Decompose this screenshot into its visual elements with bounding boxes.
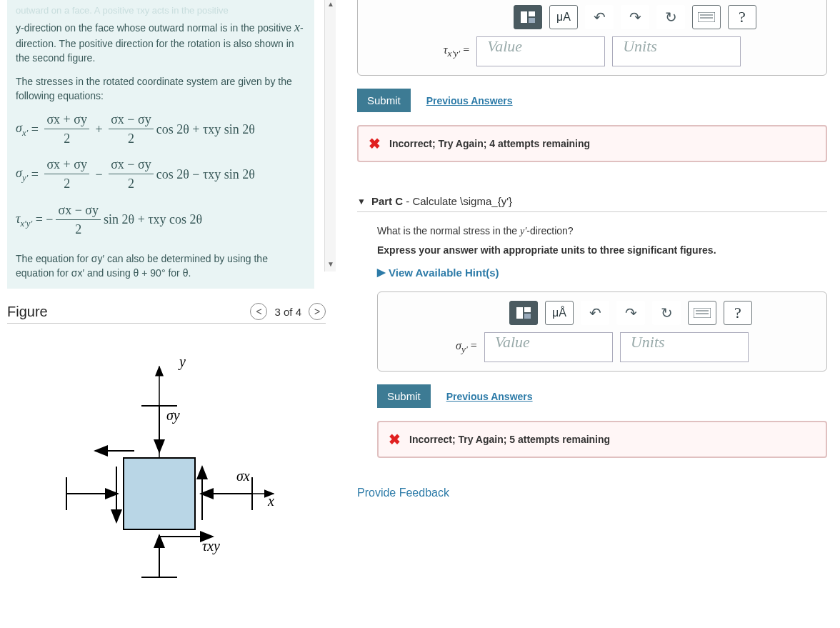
part-c-question: What is the normal stress in the y′-dire… — [377, 225, 827, 237]
cutoff-text: outward on a face. A positive τxy acts i… — [16, 4, 306, 18]
figure-title: Figure — [7, 304, 48, 320]
svg-rect-18 — [529, 18, 535, 23]
svg-rect-24 — [524, 314, 531, 319]
scroll-up-icon[interactable]: ▲ — [325, 0, 336, 11]
figure-next-button[interactable]: > — [309, 303, 326, 320]
part-c-body: What is the normal stress in the y′-dire… — [357, 212, 827, 458]
feedback-text: Incorrect; Try Again; 5 attempts remaini… — [409, 434, 610, 445]
previous-answers-link[interactable]: Previous Answers — [446, 391, 533, 402]
svg-rect-25 — [694, 308, 711, 318]
value-input[interactable]: Value — [476, 36, 605, 66]
part-b-answer-area: μA ↶ ↷ ↻ ? τx′y′ = Value Units Submit — [357, 0, 827, 162]
reset-icon[interactable]: ↻ — [656, 5, 685, 29]
feedback-incorrect: ✖ Incorrect; Try Again; 4 attempts remai… — [357, 125, 827, 162]
chevron-right-icon: ▶ — [377, 266, 386, 279]
feedback-incorrect: ✖ Incorrect; Try Again; 5 attempts remai… — [377, 421, 827, 458]
equation-tau-xy: τx′y′ = − σx − σy2 sin 2θ + τxy cos 2θ — [16, 201, 306, 239]
tau-label: τx′y′ = — [444, 44, 469, 59]
sigma-x-label: σx — [236, 468, 250, 484]
scroll-down-icon[interactable]: ▼ — [325, 260, 336, 271]
left-pane: ▲ ▼ outward on a face. A positive τxy ac… — [0, 0, 336, 628]
x-axis-label: x — [267, 493, 274, 509]
sigma-y-label: σy′ = — [456, 339, 477, 355]
previous-answers-link[interactable]: Previous Answers — [426, 95, 513, 106]
part-c-instruction: Express your answer with appropriate uni… — [377, 244, 827, 256]
scrollbar[interactable]: ▲ ▼ — [324, 0, 336, 271]
hint-p2: The stresses in the rotated coordinate s… — [16, 76, 292, 101]
keyboard-icon[interactable] — [688, 301, 716, 325]
redo-icon[interactable]: ↷ — [616, 301, 645, 325]
units-mu-button[interactable]: μA — [549, 5, 578, 29]
submit-button[interactable]: Submit — [377, 384, 431, 408]
svg-rect-19 — [698, 12, 715, 22]
units-input[interactable]: Units — [612, 36, 741, 66]
stress-element-figure: y x σy σx — [52, 338, 281, 588]
undo-icon[interactable]: ↶ — [585, 5, 614, 29]
disclosure-icon[interactable]: ▼ — [357, 196, 366, 206]
feedback-text: Incorrect; Try Again; 4 attempts remaini… — [389, 138, 590, 149]
right-pane: μA ↶ ↷ ↻ ? τx′y′ = Value Units Submit — [336, 0, 840, 628]
help-button[interactable]: ? — [724, 301, 752, 325]
svg-rect-16 — [521, 11, 527, 23]
x-icon: ✖ — [389, 431, 401, 448]
hint-p1a: y-direction on the face whose outward no… — [16, 22, 294, 34]
submit-button[interactable]: Submit — [357, 89, 411, 112]
units-mu-button[interactable]: μÅ — [545, 301, 574, 325]
part-c-desc: - Calculate \sigma_{y'} — [403, 195, 512, 207]
provide-feedback-link[interactable]: Provide Feedback — [357, 487, 449, 499]
theory-hint-box: outward on a face. A positive τxy acts i… — [7, 0, 314, 289]
value-input[interactable]: Value — [484, 332, 613, 362]
svg-rect-17 — [529, 11, 535, 16]
svg-rect-22 — [516, 307, 523, 319]
template-icon[interactable] — [514, 5, 542, 29]
units-input[interactable]: Units — [620, 332, 749, 362]
svg-rect-3 — [124, 458, 195, 529]
svg-rect-23 — [524, 307, 531, 312]
y-axis-label: y — [178, 354, 186, 370]
sigma-y-label: σy — [166, 407, 180, 424]
keyboard-icon[interactable] — [692, 5, 721, 29]
part-c-header[interactable]: ▼ Part C - Calculate \sigma_{y'} — [357, 191, 827, 212]
part-c-label: Part C — [371, 195, 403, 207]
figure-section: Figure < 3 of 4 > y — [7, 289, 330, 588]
figure-counter: 3 of 4 — [274, 306, 301, 318]
x-icon: ✖ — [369, 135, 381, 152]
equation-sigma-x: σx′ = σx + σy2 + σx − σy2 cos 2θ + τxy s… — [16, 110, 306, 148]
help-button[interactable]: ? — [728, 5, 756, 29]
equation-sigma-y: σy′ = σx + σy2 − σx − σy2 cos 2θ − τxy s… — [16, 155, 306, 193]
view-hints-link[interactable]: ▶ View Available Hint(s) — [377, 266, 827, 279]
hint-p3: The equation for σy′ can also be determi… — [16, 253, 268, 279]
undo-icon[interactable]: ↶ — [581, 301, 609, 325]
reset-icon[interactable]: ↻ — [652, 301, 681, 325]
redo-icon[interactable]: ↷ — [621, 5, 649, 29]
figure-prev-button[interactable]: < — [250, 303, 267, 320]
tau-xy-label: τxy — [202, 538, 220, 554]
template-icon[interactable] — [509, 301, 538, 325]
